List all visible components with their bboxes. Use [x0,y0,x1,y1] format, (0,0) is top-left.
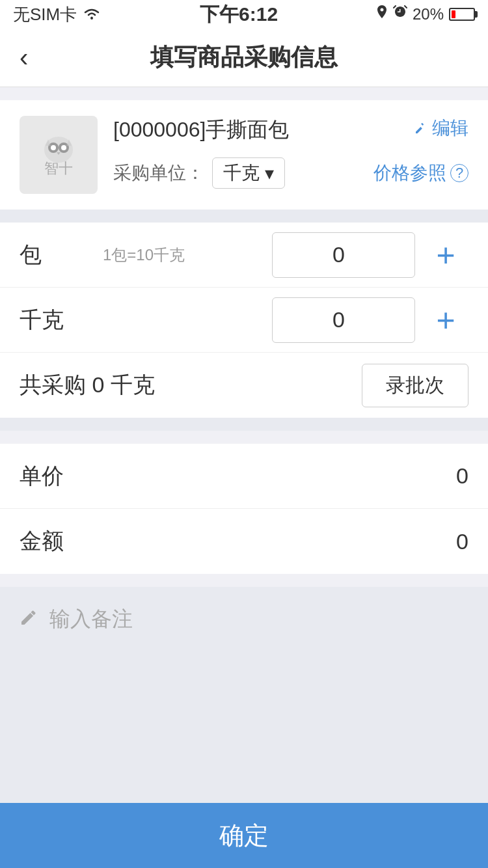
svg-point-4 [51,145,56,150]
svg-point-0 [90,17,93,20]
battery-percent: 20% [413,5,444,23]
unit-price-label: 单价 [20,461,64,491]
section-divider-2 [0,418,488,431]
unit-row: 采购单位： 千克 ▾ [113,157,285,189]
status-time: 下午6:12 [200,1,278,28]
unit-price-row: 单价 0 [0,444,488,509]
owl-text: 智十 [44,159,73,178]
product-meta: 采购单位： 千克 ▾ 价格参照 ? [113,157,468,189]
wifi-icon [82,5,102,25]
help-icon: ? [450,164,468,182]
battery-icon [449,8,475,21]
edit-button[interactable]: 编辑 [414,116,468,141]
unit-price-value: 0 [456,463,468,489]
page-title: 填写商品采购信息 [150,42,338,74]
kg-plus-button[interactable]: + [423,297,468,343]
price-section: 单价 0 金额 0 [0,444,488,574]
product-info: [0000006]手撕面包 编辑 采购单位： 千克 ▾ 价格参照 ? [113,116,468,189]
pencil-icon [20,607,39,632]
section-divider-1 [0,210,488,223]
product-name: [0000006]手撕面包 [113,116,289,144]
bag-quantity-input[interactable] [272,232,415,278]
bag-input-right: + [185,232,468,278]
amount-row: 金额 0 [0,509,488,574]
total-row: 共采购 0 千克 录批次 [0,353,488,418]
record-batch-button[interactable]: 录批次 [362,364,468,407]
back-button[interactable]: ‹ [20,43,28,72]
status-left: 无SIM卡 [13,3,102,26]
unit-dropdown[interactable]: 千克 ▾ [212,157,285,189]
product-card: 智十 [0000006]手撕面包 编辑 采购单位： 千克 ▾ 价格参照 ? [0,100,488,210]
location-icon [376,5,388,23]
kg-quantity-input[interactable] [272,297,415,343]
notes-section[interactable]: 输入备注 [0,587,488,652]
svg-point-5 [61,145,66,150]
status-right: 20% [376,5,475,23]
product-image: 智十 [20,116,98,194]
notes-placeholder: 输入备注 [49,605,133,634]
amount-label: 金额 [20,526,64,556]
kg-input-row: 千克 + [0,288,488,353]
status-bar: 无SIM卡 下午6:12 20% [0,0,488,29]
price-ref-button[interactable]: 价格参照 ? [373,161,468,185]
bag-input-row: 包 1包=10千克 + [0,223,488,288]
bag-sub-label: 1包=10千克 [103,245,185,265]
chevron-down-icon: ▾ [265,163,274,184]
amount-value: 0 [456,529,468,554]
bag-label: 包 [20,240,98,270]
kg-input-right: + [98,297,468,343]
kg-label: 千克 [20,305,98,335]
sim-text: 无SIM卡 [13,3,77,26]
alarm-icon [393,5,407,23]
bag-plus-button[interactable]: + [423,232,468,278]
product-header: [0000006]手撕面包 编辑 [113,116,468,144]
nav-bar: ‹ 填写商品采购信息 [0,29,488,87]
input-section: 包 1包=10千克 + 千克 + [0,223,488,353]
total-label: 共采购 0 千克 [20,370,155,400]
confirm-button[interactable]: 确定 [0,803,488,868]
